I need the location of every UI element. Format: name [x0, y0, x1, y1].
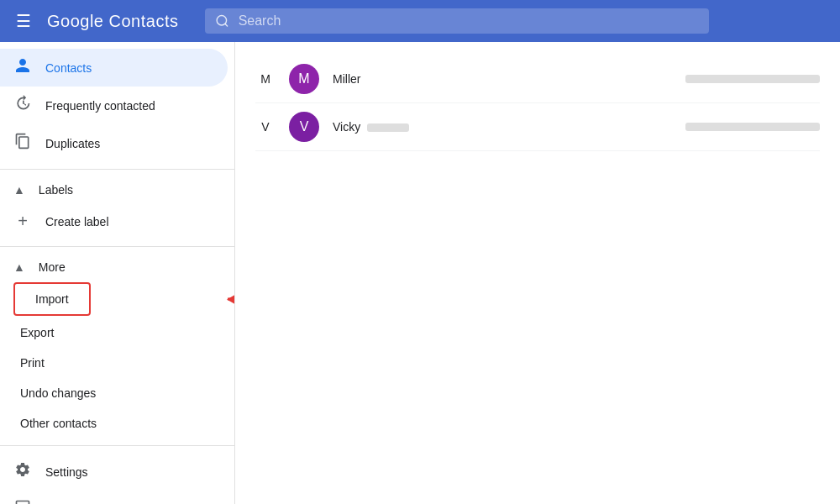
sidebar-item-import[interactable]: Import [13, 282, 91, 316]
import-label: Import [35, 292, 69, 306]
contacts-label: Contacts [45, 61, 92, 75]
contact-info-blurred [685, 75, 820, 83]
settings-label: Settings [45, 465, 88, 479]
feedback-icon [13, 499, 32, 504]
more-section-header[interactable]: ▲ More [0, 254, 234, 281]
sidebar-item-undo[interactable]: Undo changes [0, 378, 228, 408]
avatar: V [289, 112, 319, 142]
divider-3 [0, 445, 234, 446]
create-label-label: Create label [45, 215, 109, 228]
menu-icon[interactable]: ☰ [13, 11, 34, 31]
duplicates-label: Duplicates [45, 137, 100, 150]
app-title: Google Contacts [47, 12, 178, 31]
other-contacts-label: Other contacts [20, 417, 97, 430]
collapse-more-icon: ▲ [13, 260, 25, 274]
history-icon [13, 95, 32, 116]
sidebar-item-duplicates[interactable]: Duplicates [0, 124, 228, 162]
sidebar-item-frequently-contacted[interactable]: Frequently contacted [0, 87, 228, 124]
frequently-contacted-label: Frequently contacted [45, 99, 155, 113]
table-row[interactable]: V V Vicky [255, 103, 820, 151]
contact-letter-v: V [255, 120, 276, 134]
contact-name: Vicky [333, 120, 417, 134]
search-input[interactable] [239, 13, 700, 29]
settings-icon [13, 461, 32, 482]
sidebar-item-print[interactable]: Print [0, 348, 228, 378]
sidebar-item-contacts[interactable]: Contacts [0, 49, 228, 87]
table-row[interactable]: M M Miller [255, 55, 820, 103]
sidebar-item-create-label[interactable]: + Create label [0, 203, 228, 239]
sidebar-item-export[interactable]: Export [0, 318, 228, 348]
contact-info-blurred [685, 123, 820, 131]
sidebar: Contacts Frequently contacted Duplicates… [0, 42, 235, 504]
labels-header-label: Labels [39, 183, 73, 197]
avatar: M [289, 64, 319, 94]
print-label: Print [20, 356, 45, 370]
collapse-labels-icon: ▲ [13, 183, 25, 197]
plus-icon: + [13, 212, 32, 231]
svg-point-0 [218, 16, 227, 25]
contact-name: Miller [333, 72, 417, 86]
sidebar-item-other-contacts[interactable]: Other contacts [0, 408, 228, 438]
content-area: M M Miller V V Vicky [235, 42, 840, 504]
arrow-annotation [228, 298, 235, 301]
search-icon [215, 13, 229, 29]
header: ☰ Google Contacts [0, 0, 840, 42]
more-header-label: More [39, 260, 66, 274]
divider-2 [0, 246, 234, 247]
svg-line-1 [225, 24, 228, 26]
contact-letter-m: M [255, 72, 276, 86]
sidebar-item-feedback[interactable]: Send feedback [0, 491, 228, 504]
main-layout: Contacts Frequently contacted Duplicates… [0, 42, 840, 504]
sidebar-item-settings[interactable]: Settings [0, 453, 228, 491]
person-icon [13, 57, 32, 78]
divider-1 [0, 169, 234, 170]
labels-section-header[interactable]: ▲ Labels [0, 176, 234, 203]
export-label: Export [20, 326, 54, 339]
undo-label: Undo changes [20, 386, 96, 400]
name-blurred [367, 123, 409, 132]
search-bar[interactable] [205, 8, 709, 34]
copy-icon [13, 133, 32, 154]
